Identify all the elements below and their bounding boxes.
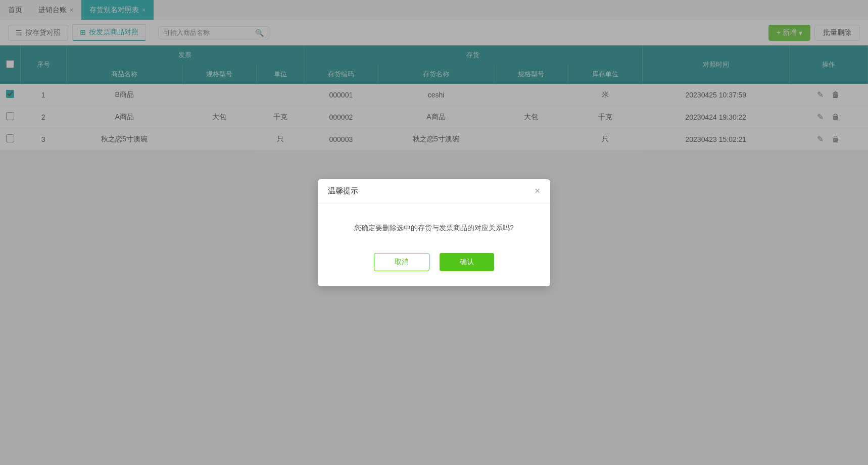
dialog-overlay: 温馨提示 × 您确定要删除选中的存货与发票商品的对应关系吗? 取消 确认 bbox=[0, 0, 868, 150]
